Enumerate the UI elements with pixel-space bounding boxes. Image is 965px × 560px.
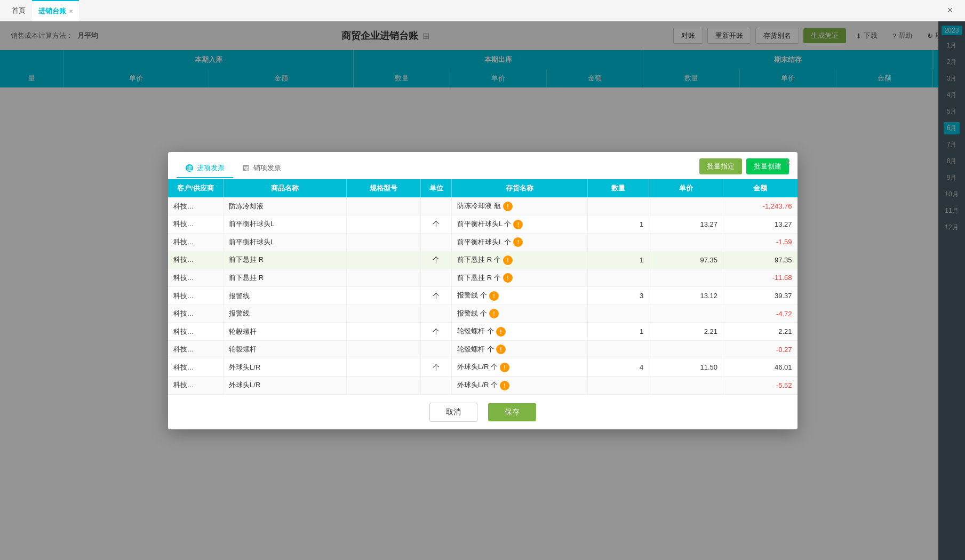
cancel-button[interactable]: 取消 xyxy=(429,403,477,422)
inventory-name: 外球头L/R 个 xyxy=(457,363,498,371)
modal-overlay: × 进 进项发票 销 销项发票 xyxy=(0,21,965,560)
table-header-row: 客户/供应商 商品名称 规格型号 单位 存货名称 数量 单价 金额 xyxy=(168,179,797,197)
inventory-name: 外球头L/R 个 xyxy=(457,381,498,389)
modal-close-button[interactable]: × xyxy=(785,157,791,169)
table-row[interactable]: 科技…轮毂螺杆轮毂螺杆 个!-0.27 xyxy=(168,340,797,358)
warning-icon: ! xyxy=(489,291,499,301)
table-row[interactable]: 科技…前平衡杆球头L前平衡杆球头L 个!-1.59 xyxy=(168,233,797,251)
svg-text:进: 进 xyxy=(186,165,193,171)
col-supplier: 客户/供应商 xyxy=(168,179,224,197)
table-row[interactable]: 科技…前下悬挂 R个前下悬挂 R 个!197.3597.35 xyxy=(168,251,797,269)
col-product-name: 商品名称 xyxy=(224,179,347,197)
warning-icon: ! xyxy=(496,345,506,354)
batch-create-button[interactable]: 批量创建 xyxy=(746,158,789,174)
tab-ledger[interactable]: 进销台账 × xyxy=(32,0,79,21)
warning-icon: ! xyxy=(503,202,513,211)
inventory-name: 报警线 个 xyxy=(457,309,487,317)
invoice-table: 客户/供应商 商品名称 规格型号 单位 存货名称 数量 单价 金额 科 xyxy=(168,179,797,394)
inventory-name: 前下悬挂 R 个 xyxy=(457,274,501,282)
col-inventory: 存货名称 xyxy=(452,179,588,197)
tab-home[interactable]: 首页 xyxy=(5,0,32,21)
col-unit: 单位 xyxy=(421,179,452,197)
tab-ledger-close[interactable]: × xyxy=(69,8,73,14)
tab-ledger-label: 进销台账 xyxy=(38,6,66,16)
inventory-name: 防冻冷却液 瓶 xyxy=(457,202,501,210)
table-row[interactable]: 科技…报警线个报警线 个!313.1239.37 xyxy=(168,287,797,305)
tab-sales-label: 销项发票 xyxy=(253,163,281,173)
modal-footer: 取消 保存 xyxy=(168,395,797,429)
col-qty: 数量 xyxy=(587,179,649,197)
col-price: 单价 xyxy=(649,179,723,197)
warning-icon: ! xyxy=(503,273,513,283)
batch-assign-button[interactable]: 批量指定 xyxy=(699,158,742,174)
warning-icon: ! xyxy=(513,237,523,247)
tab-purchase-invoice[interactable]: 进 进项发票 xyxy=(177,159,233,178)
warning-icon: ! xyxy=(500,363,509,372)
invoice-in-icon: 进 xyxy=(185,164,194,172)
tab-sales-invoice[interactable]: 销 销项发票 xyxy=(233,159,290,178)
tab-purchase-label: 进项发票 xyxy=(197,163,225,173)
inventory-name: 前平衡杆球头L 个 xyxy=(457,238,511,246)
modal-dialog: × 进 进项发票 销 销项发票 xyxy=(168,152,797,429)
window-close-icon: × xyxy=(947,5,953,16)
modal-header: 进 进项发票 销 销项发票 批量指定 批量创建 xyxy=(168,152,797,179)
table-row[interactable]: 科技…外球头L/R外球头L/R 个!-5.52 xyxy=(168,377,797,395)
modal-action-buttons: 批量指定 批量创建 xyxy=(699,158,789,179)
warning-icon: ! xyxy=(503,255,513,265)
warning-icon: ! xyxy=(489,309,499,318)
inventory-name: 轮毂螺杆 个 xyxy=(457,327,494,335)
inventory-name: 前下悬挂 R 个 xyxy=(457,255,501,263)
warning-icon: ! xyxy=(500,381,509,390)
inventory-name: 报警线 个 xyxy=(457,291,487,299)
table-row[interactable]: 科技…外球头L/R个外球头L/R 个!411.5046.01 xyxy=(168,358,797,377)
table-row[interactable]: 科技…前平衡杆球头L个前平衡杆球头L 个!113.2713.27 xyxy=(168,215,797,233)
inventory-name: 前平衡杆球头L 个 xyxy=(457,220,511,228)
inventory-name: 轮毂螺杆 个 xyxy=(457,345,494,353)
window-close-button[interactable]: × xyxy=(940,1,960,20)
svg-text:销: 销 xyxy=(243,166,249,171)
tab-home-label: 首页 xyxy=(12,6,26,15)
table-row[interactable]: 科技…前下悬挂 R前下悬挂 R 个!-11.68 xyxy=(168,269,797,287)
table-row[interactable]: 科技…报警线报警线 个!-4.72 xyxy=(168,305,797,323)
col-amount: 金额 xyxy=(723,179,797,197)
warning-icon: ! xyxy=(496,327,506,337)
warning-icon: ! xyxy=(513,220,523,229)
tab-bar: 首页 进销台账 × × xyxy=(0,0,965,21)
table-row[interactable]: 科技…防冻冷却液防冻冷却液 瓶!-1,243.76 xyxy=(168,197,797,215)
modal-table-area: 客户/供应商 商品名称 规格型号 单位 存货名称 数量 单价 金额 科 xyxy=(168,179,797,394)
invoice-out-icon: 销 xyxy=(242,164,250,172)
col-spec: 规格型号 xyxy=(347,179,421,197)
table-row[interactable]: 科技…轮毂螺杆个轮毂螺杆 个!12.212.21 xyxy=(168,323,797,341)
save-button[interactable]: 保存 xyxy=(488,403,536,421)
